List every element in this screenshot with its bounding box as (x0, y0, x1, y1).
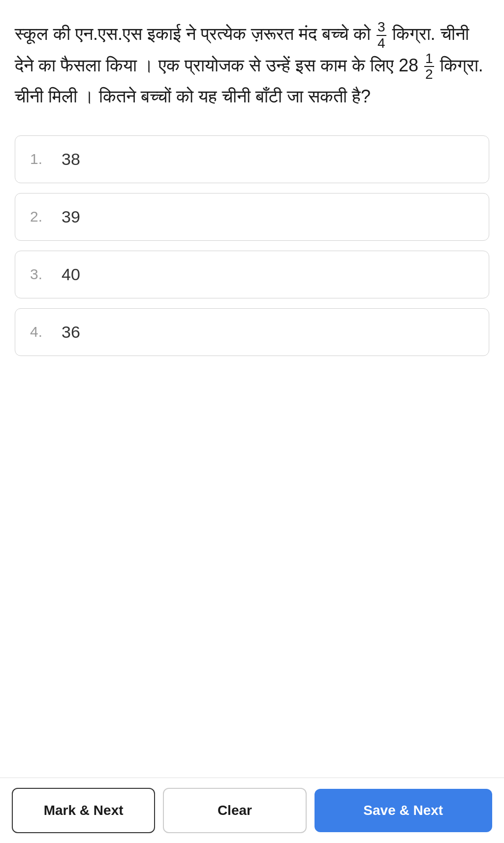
option-2[interactable]: 2. 39 (15, 193, 489, 241)
mark-next-button[interactable]: Mark & Next (12, 788, 155, 833)
option-1-number: 1. (30, 151, 50, 167)
option-3-value: 40 (62, 265, 80, 284)
question-text: स्कूल की एन.एस.एस इकाई ने प्रत्येक ज़रूर… (15, 20, 489, 111)
option-2-number: 2. (30, 208, 50, 225)
option-4[interactable]: 4. 36 (15, 308, 489, 356)
option-4-value: 36 (62, 323, 80, 342)
save-next-button[interactable]: Save & Next (315, 789, 492, 832)
bottom-buttons: Mark & Next Clear Save & Next (0, 778, 504, 843)
option-1[interactable]: 1. 38 (15, 135, 489, 183)
clear-button[interactable]: Clear (163, 788, 306, 833)
option-1-value: 38 (62, 150, 80, 169)
fraction-three-fourths: 3 4 (377, 20, 386, 51)
option-4-number: 4. (30, 324, 50, 340)
option-2-value: 39 (62, 207, 80, 227)
option-3[interactable]: 3. 40 (15, 251, 489, 298)
options-container: 1. 38 2. 39 3. 40 4. 36 (15, 135, 489, 356)
fraction-one-half: 1 2 (424, 51, 434, 83)
option-3-number: 3. (30, 266, 50, 283)
